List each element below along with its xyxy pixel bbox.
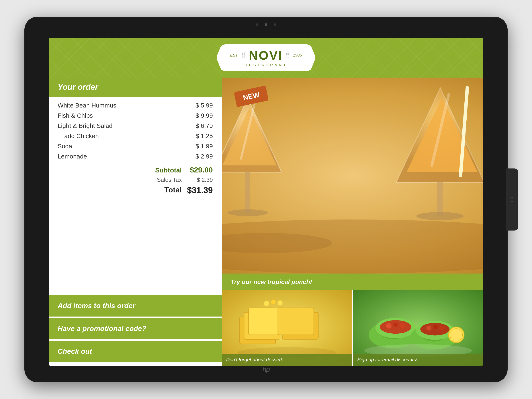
svg-point-22 bbox=[278, 300, 282, 305]
promo-code-button[interactable]: Have a promotional code? bbox=[49, 318, 222, 339]
logo-year: 1986 bbox=[293, 53, 302, 58]
logo-subtitle: RESTAURANT bbox=[230, 63, 302, 67]
dessert-caption: Don't forget about dessert! bbox=[222, 354, 352, 366]
promo-bottom: Don't forget about dessert! bbox=[222, 290, 483, 366]
svg-point-21 bbox=[271, 300, 276, 304]
total-value: $31.39 bbox=[186, 185, 213, 195]
svg-point-10 bbox=[416, 212, 463, 220]
svg-point-36 bbox=[439, 326, 444, 330]
logo-name: NOVI bbox=[249, 48, 283, 63]
logo-badge: EST. 🍴 NOVI 🍴 1986 RESTAURANT bbox=[216, 44, 316, 72]
item-price: $ 6.79 bbox=[196, 122, 213, 129]
hp-logo-svg: hp bbox=[259, 366, 273, 374]
promo-caption: Try our new tropical punch! bbox=[222, 273, 483, 290]
svg-point-33 bbox=[420, 323, 450, 336]
svg-point-30 bbox=[400, 323, 405, 328]
item-price: $ 1.99 bbox=[196, 143, 213, 150]
salad-caption: Sign up for email discounts! bbox=[353, 354, 483, 366]
item-price: $ 9.99 bbox=[196, 112, 213, 119]
svg-rect-9 bbox=[437, 182, 443, 216]
header: EST. 🍴 NOVI 🍴 1986 RESTAURANT bbox=[49, 38, 483, 78]
subtotal-label: Subtotal bbox=[120, 166, 186, 174]
side-attachment bbox=[506, 168, 518, 231]
total-label: Total bbox=[164, 185, 186, 195]
svg-point-20 bbox=[264, 301, 269, 306]
add-items-button[interactable]: Add items to this order bbox=[49, 295, 222, 317]
svg-text:hp: hp bbox=[262, 366, 270, 373]
item-price: $ 1.25 bbox=[196, 133, 213, 140]
tax-label: Sales Tax bbox=[157, 177, 186, 183]
promo-dessert-image: Don't forget about dessert! bbox=[222, 290, 352, 366]
subtotal-row: Subtotal $29.00 bbox=[58, 165, 213, 174]
item-name: Soda bbox=[58, 143, 72, 150]
action-buttons: Add items to this order Have a promotion… bbox=[49, 295, 222, 366]
promo-main-image: NEW bbox=[222, 78, 483, 273]
svg-rect-4 bbox=[245, 172, 250, 213]
item-name: add Chicken bbox=[64, 133, 99, 140]
camera-area bbox=[256, 23, 276, 26]
device-shell: EST. 🍴 NOVI 🍴 1986 RESTAURANT Your order bbox=[24, 17, 508, 382]
svg-point-5 bbox=[228, 209, 268, 216]
checkout-button[interactable]: Check out bbox=[49, 341, 222, 362]
logo-knife-icon: 🍴 bbox=[285, 52, 291, 58]
tax-value: $ 2.39 bbox=[186, 177, 213, 183]
svg-point-38 bbox=[450, 329, 463, 341]
svg-point-35 bbox=[434, 325, 437, 329]
hp-logo: hp bbox=[259, 366, 273, 376]
svg-point-28 bbox=[386, 323, 392, 329]
table-row: add Chicken $ 1.25 bbox=[58, 133, 213, 140]
tax-row: Sales Tax $ 2.39 bbox=[58, 177, 213, 183]
total-row: Total $31.39 bbox=[58, 185, 213, 195]
order-items-list: White Bean Hummus $ 5.99 Fish & Chips $ … bbox=[49, 97, 222, 295]
item-name: White Bean Hummus bbox=[58, 102, 116, 109]
table-row: White Bean Hummus $ 5.99 bbox=[58, 102, 213, 109]
table-row: Light & Bright Salad $ 6.79 bbox=[58, 122, 213, 129]
subtotal-value: $29.00 bbox=[186, 165, 213, 174]
svg-point-34 bbox=[426, 326, 431, 330]
table-row: Fish & Chips $ 9.99 bbox=[58, 112, 213, 119]
item-name: Fish & Chips bbox=[58, 112, 93, 119]
item-price: $ 2.99 bbox=[196, 153, 213, 160]
logo-est: EST. bbox=[230, 53, 239, 58]
order-header: Your order bbox=[49, 78, 222, 97]
table-row: Lemonade $ 2.99 bbox=[58, 153, 213, 160]
item-name: Light & Bright Salad bbox=[58, 122, 113, 129]
promo-panel: NEW bbox=[222, 78, 483, 366]
item-price: $ 5.99 bbox=[196, 102, 213, 109]
camera-dot-right bbox=[273, 23, 276, 26]
side-dot-2 bbox=[511, 201, 513, 202]
item-name: Lemonade bbox=[58, 153, 87, 160]
promo-salad-image: Sign up for email discounts! bbox=[352, 290, 483, 366]
main-content: Your order White Bean Hummus $ 5.99 Fish… bbox=[49, 78, 483, 366]
camera-dot-center bbox=[265, 23, 267, 26]
svg-rect-19 bbox=[278, 308, 314, 335]
drink-visual bbox=[222, 78, 483, 273]
table-row: Soda $ 1.99 bbox=[58, 143, 213, 150]
logo-fork-icon: 🍴 bbox=[241, 52, 247, 58]
camera-dot-left bbox=[256, 23, 259, 26]
svg-point-29 bbox=[393, 323, 398, 327]
order-title: Your order bbox=[58, 82, 98, 92]
order-panel: Your order White Bean Hummus $ 5.99 Fish… bbox=[49, 78, 222, 366]
divider bbox=[58, 163, 213, 163]
screen: EST. 🍴 NOVI 🍴 1986 RESTAURANT Your order bbox=[49, 38, 483, 366]
side-dot-1 bbox=[511, 197, 513, 198]
